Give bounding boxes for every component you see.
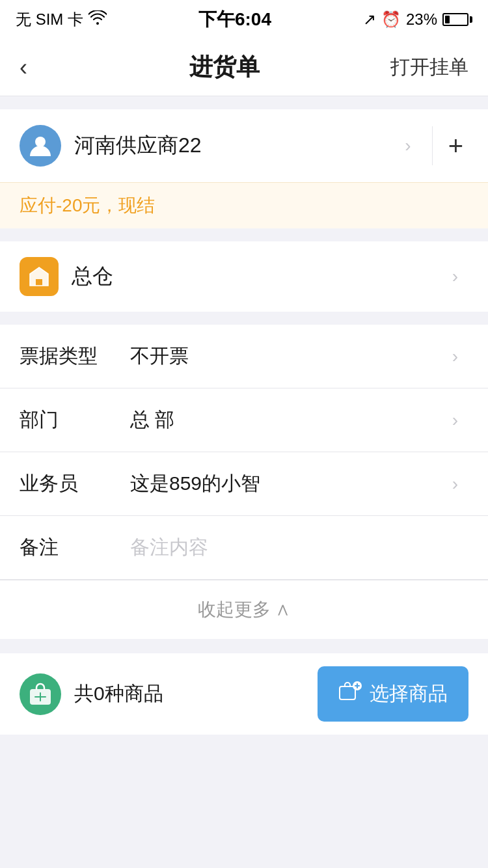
warehouse-row[interactable]: 总仓 › xyxy=(0,241,488,312)
invoice-type-value: 不开票 xyxy=(111,343,452,370)
status-bar: 无 SIM 卡 下午6:04 ↗ ⏰ 23% xyxy=(0,0,488,39)
supplier-notice: 应付-20元，现结 xyxy=(0,182,488,228)
supplier-row[interactable]: 河南供应商22 › + xyxy=(0,109,488,182)
warehouse-section: 总仓 › xyxy=(0,241,488,312)
carrier-label: 无 SIM 卡 xyxy=(16,9,83,30)
select-goods-button[interactable]: 选择商品 xyxy=(318,666,468,722)
bottom-action-bar: 共0种商品 选择商品 xyxy=(0,652,488,735)
salesperson-value: 这是859的小智 xyxy=(111,470,452,497)
remark-label: 备注 xyxy=(20,534,111,561)
product-count-label: 共0种商品 xyxy=(74,681,305,707)
svg-point-0 xyxy=(35,137,46,147)
back-button[interactable]: ‹ xyxy=(20,54,59,81)
alarm-icon: ⏰ xyxy=(381,10,401,29)
status-left: 无 SIM 卡 xyxy=(16,9,107,30)
status-right: ↗ ⏰ 23% xyxy=(363,10,472,29)
department-label: 部门 xyxy=(20,407,111,433)
department-value: 总 部 xyxy=(111,407,452,433)
warehouse-name: 总仓 xyxy=(72,262,452,291)
salesperson-row[interactable]: 业务员 这是859的小智 › xyxy=(0,452,488,516)
svg-rect-1 xyxy=(36,279,42,286)
svg-rect-3 xyxy=(340,686,355,699)
salesperson-chevron-icon: › xyxy=(452,474,458,495)
location-icon: ↗ xyxy=(363,10,376,29)
invoice-type-label: 票据类型 xyxy=(20,343,111,370)
gap-2 xyxy=(0,228,488,241)
battery-icon xyxy=(442,13,472,26)
select-goods-icon xyxy=(338,681,362,707)
gap-4 xyxy=(0,639,488,652)
vertical-divider xyxy=(432,126,433,165)
product-bag-icon xyxy=(20,673,61,715)
remark-row[interactable]: 备注 备注内容 xyxy=(0,516,488,580)
salesperson-label: 业务员 xyxy=(20,470,111,497)
department-row[interactable]: 部门 总 部 › xyxy=(0,388,488,452)
warehouse-chevron-icon: › xyxy=(452,266,458,287)
nav-bar: ‹ 进货单 打开挂单 xyxy=(0,39,488,96)
page-title: 进货单 xyxy=(189,51,260,83)
department-chevron-icon: › xyxy=(452,410,458,431)
battery-percent: 23% xyxy=(406,10,437,29)
select-goods-label: 选择商品 xyxy=(370,681,448,707)
supplier-name: 河南供应商22 xyxy=(74,131,405,160)
wifi-icon xyxy=(88,10,107,29)
gap-1 xyxy=(0,96,488,109)
supplier-section: 河南供应商22 › + 应付-20元，现结 xyxy=(0,109,488,228)
add-supplier-button[interactable]: + xyxy=(443,131,468,161)
invoice-type-row[interactable]: 票据类型 不开票 › xyxy=(0,325,488,388)
invoice-type-chevron-icon: › xyxy=(452,346,458,367)
collapse-button[interactable]: 收起更多 ∧ xyxy=(0,580,488,639)
open-pending-button[interactable]: 打开挂单 xyxy=(390,54,468,81)
supplier-chevron-icon: › xyxy=(405,135,411,156)
remark-input[interactable]: 备注内容 xyxy=(111,534,468,561)
warehouse-icon xyxy=(20,257,59,296)
gap-3 xyxy=(0,312,488,325)
form-section: 票据类型 不开票 › 部门 总 部 › 业务员 这是859的小智 › 备注 备注… xyxy=(0,325,488,639)
supplier-avatar xyxy=(20,125,61,167)
status-time: 下午6:04 xyxy=(198,7,271,32)
